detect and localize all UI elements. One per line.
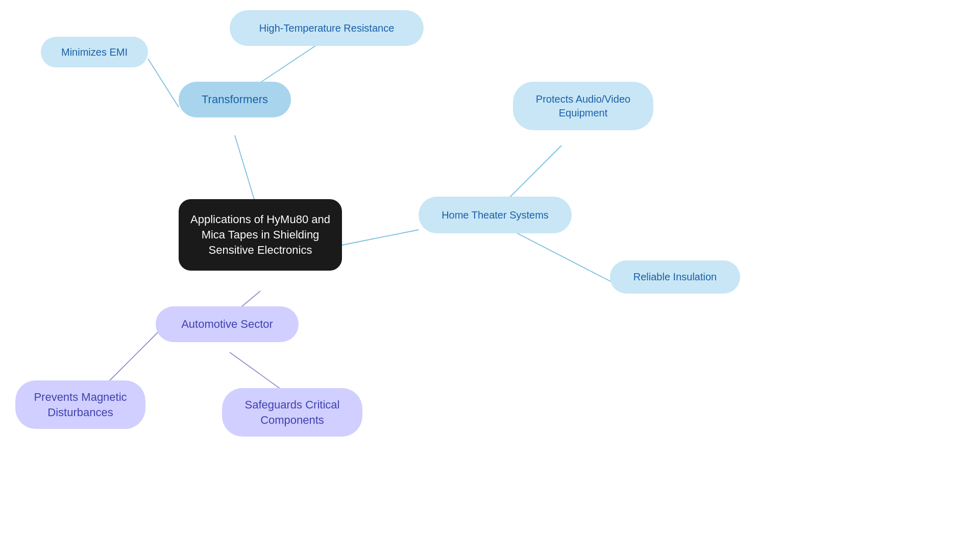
- reliable-insulation-node: Reliable Insulation: [610, 260, 740, 294]
- transformers-node: Transformers: [179, 82, 291, 117]
- protects-av-node: Protects Audio/Video Equipment: [513, 82, 653, 130]
- svg-line-3: [342, 230, 419, 245]
- safeguards-node: Safeguards Critical Components: [222, 388, 362, 437]
- home-theater-node: Home Theater Systems: [419, 197, 572, 233]
- svg-line-2: [148, 59, 179, 107]
- prevents-magnetic-node: Prevents Magnetic Disturbances: [15, 380, 145, 429]
- high-temp-node: High-Temperature Resistance: [230, 10, 424, 46]
- connections-svg: [0, 0, 980, 553]
- center-node: Applications of HyMu80 and Mica Tapes in…: [179, 199, 342, 271]
- svg-line-5: [510, 230, 612, 282]
- svg-line-7: [102, 332, 158, 388]
- minimizes-emi-node: Minimizes EMI: [41, 37, 148, 67]
- automotive-sector-node: Automotive Sector: [156, 306, 299, 342]
